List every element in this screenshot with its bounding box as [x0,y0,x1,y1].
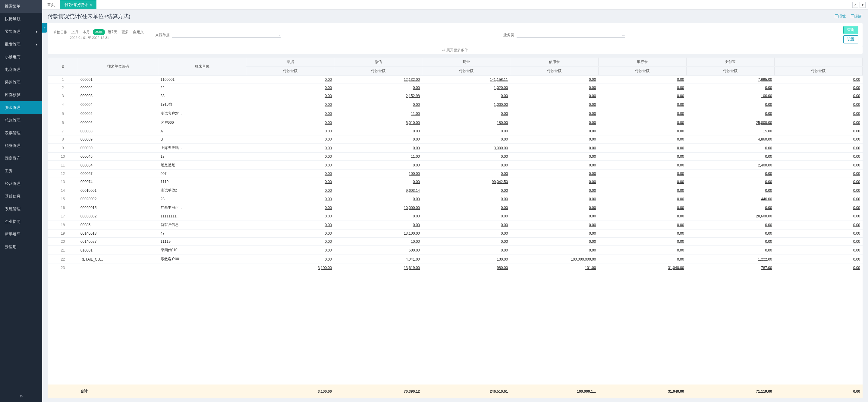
cell-amount[interactable]: 0.00 [775,246,863,255]
date-quick-5[interactable]: 自定义 [132,29,145,35]
cell-amount[interactable]: 31,040.00 [598,264,686,272]
cell-amount[interactable]: 0.00 [598,221,686,230]
table-row[interactable]: 1600020015广西丰洲运...0.0010,000.000.000.000… [48,203,863,212]
cell-amount[interactable]: 0.00 [510,136,598,144]
cell-amount[interactable]: 0.00 [422,186,510,195]
expand-more-filters[interactable]: ⇊ 展开更多条件 [48,47,863,54]
cell-amount[interactable]: 0.00 [334,100,422,109]
cell-amount[interactable]: 15.00 [687,127,775,136]
sidebar-item-19[interactable]: 云应用 [0,241,42,253]
source-input[interactable] [172,33,278,37]
sidebar-item-5[interactable]: 电商管理 [0,63,42,76]
cell-amount[interactable]: 0.00 [775,170,863,178]
sidebar-item-7[interactable]: 库存核算 [0,89,42,101]
cell-amount[interactable]: 0.00 [422,221,510,230]
sidebar-item-8[interactable]: 资金管理 [0,101,42,114]
cell-amount[interactable]: 0.00 [246,144,334,152]
table-row[interactable]: 1500020002230.000.000.000.000.00440.000.… [48,195,863,203]
table-row[interactable]: 1400010001测试单位20.009,603.140.000.000.000… [48,186,863,195]
col-unit[interactable]: 往来单位 [158,58,246,76]
cell-amount[interactable]: 100,000,000.00 [510,255,598,264]
sidebar-item-16[interactable]: 系统管理 [0,203,42,215]
cell-amount[interactable]: 0.00 [246,230,334,238]
cell-amount[interactable]: 0.00 [510,246,598,255]
date-quick-4[interactable]: 更多 [120,29,130,35]
cell-amount[interactable]: 0.00 [422,127,510,136]
cell-amount[interactable]: 0.00 [334,127,422,136]
cell-amount[interactable]: 0.00 [598,170,686,178]
sidebar-item-1[interactable]: 快捷导航 [0,13,42,25]
cell-amount[interactable]: 0.00 [510,203,598,212]
col-group-8[interactable]: 支付宝 [686,58,774,67]
table-row[interactable]: 1800085新客户信息0.000.000.000.000.000.000.00 [48,221,863,230]
cell-amount[interactable]: 0.00 [687,203,775,212]
cell-amount[interactable]: 0.00 [246,76,334,84]
cell-amount[interactable]: 0.00 [246,238,334,246]
cell-amount[interactable]: 0.00 [246,84,334,92]
cell-amount[interactable]: 3,000.00 [422,144,510,152]
cell-amount[interactable]: 0.00 [246,161,334,170]
cell-amount[interactable]: 5,010.00 [334,118,422,127]
cell-amount[interactable]: 12,132.00 [334,76,422,84]
cell-amount[interactable]: 0.00 [510,84,598,92]
tab-home[interactable]: 首页 [42,0,60,9]
cell-amount[interactable]: 0.00 [246,186,334,195]
table-row[interactable]: 11000064是是是是0.000.000.000.000.002,400.00… [48,161,863,170]
cell-amount[interactable]: 0.00 [775,161,863,170]
cell-amount[interactable]: 0.00 [246,178,334,186]
cell-amount[interactable]: 0.00 [510,152,598,161]
cell-amount[interactable]: 0.00 [246,212,334,221]
cell-amount[interactable]: 0.00 [510,161,598,170]
sidebar-item-2[interactable]: 零售管理▾ [0,25,42,38]
cell-amount[interactable]: 0.00 [510,118,598,127]
cell-amount[interactable]: 0.00 [334,212,422,221]
cell-amount[interactable]: 0.00 [598,92,686,100]
table-row[interactable]: 40000041918宿0.000.001,000.000.000.000.00… [48,100,863,109]
date-quick-0[interactable]: 上月 [70,29,80,35]
cell-amount[interactable]: 0.00 [598,136,686,144]
date-quick-1[interactable]: 本月 [82,29,91,35]
cell-amount[interactable]: 0.00 [598,152,686,161]
cell-amount[interactable]: 0.00 [687,84,775,92]
cell-amount[interactable]: 0.00 [510,212,598,221]
sidebar-item-9[interactable]: 总账管理 [0,114,42,127]
cell-amount[interactable]: 13,619.00 [334,264,422,272]
cell-amount[interactable]: 0.00 [510,186,598,195]
cell-amount[interactable]: 0.00 [687,186,775,195]
cell-amount[interactable]: 130.00 [422,255,510,264]
cell-amount[interactable]: 0.00 [687,152,775,161]
cell-amount[interactable]: 0.00 [687,221,775,230]
settings-gear-icon[interactable]: ⚙ [20,394,23,398]
sidebar-item-4[interactable]: 小畅电商 [0,51,42,63]
cell-amount[interactable]: 0.00 [775,221,863,230]
cell-amount[interactable]: 0.00 [598,161,686,170]
cell-amount[interactable]: 0.00 [687,144,775,152]
cell-amount[interactable]: 0.00 [510,170,598,178]
cell-amount[interactable]: 2,400.00 [687,161,775,170]
cell-amount[interactable]: 0.00 [598,76,686,84]
cell-amount[interactable]: 0.00 [422,230,510,238]
cell-amount[interactable]: 4,860.00 [687,136,775,144]
cell-amount[interactable]: 0.00 [510,76,598,84]
cell-amount[interactable]: 0.00 [334,136,422,144]
chevron-down-icon[interactable]: ⌄ [278,33,281,36]
source-select[interactable]: ⌄ [172,32,281,38]
cell-amount[interactable]: 0.00 [775,203,863,212]
cell-amount[interactable]: 0.00 [687,170,775,178]
table-row[interactable]: 233,100.0013,619.00980.00101.0031,040.00… [48,264,863,272]
sidebar-item-13[interactable]: 工资 [0,165,42,177]
col-group-9[interactable] [774,58,862,67]
cell-amount[interactable]: 0.00 [687,178,775,186]
table-row[interactable]: 6000006客户6660.005,010.00180.000.000.0025… [48,118,863,127]
table-row[interactable]: 170003000211111111...0.000.000.000.000.0… [48,212,863,221]
table-row[interactable]: 120000670070.00100.000.000.000.000.000.0… [48,170,863,178]
cell-amount[interactable]: 0.00 [334,195,422,203]
table-row[interactable]: 10000046130.0011.000.000.000.000.000.00 [48,152,863,161]
table-row[interactable]: 5000005测试客户对...0.0011.000.000.000.000.00… [48,109,863,118]
cell-amount[interactable]: 0.00 [775,230,863,238]
sidebar-item-6[interactable]: 采购管理 [0,76,42,89]
cell-amount[interactable]: 1,222.00 [687,255,775,264]
cell-amount[interactable]: 0.00 [687,109,775,118]
col-group-4[interactable]: 微信 [334,58,422,67]
table-row[interactable]: 1900140018470.0013,100.000.000.000.000.0… [48,230,863,238]
